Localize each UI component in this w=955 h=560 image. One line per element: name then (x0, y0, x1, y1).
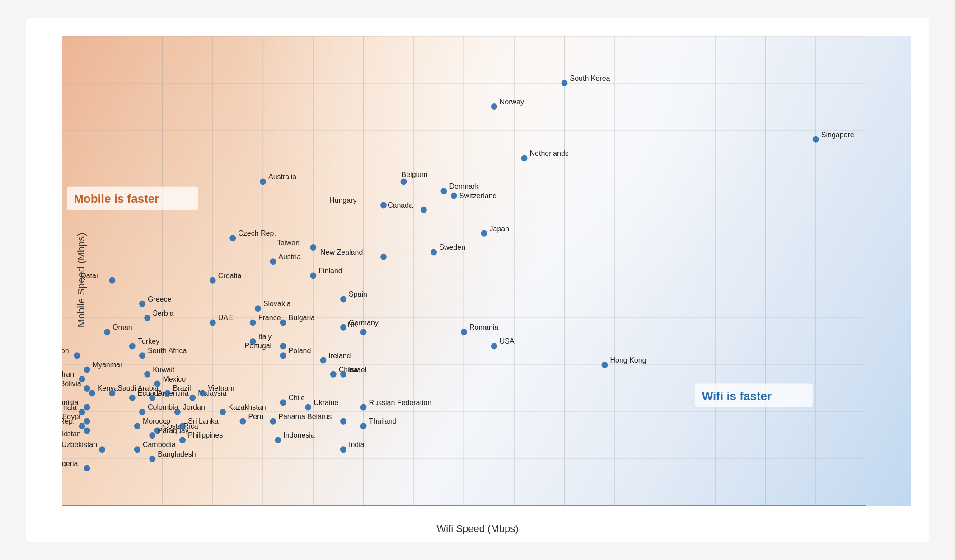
svg-text:Philippines: Philippines (188, 431, 223, 439)
svg-text:Hong Kong: Hong Kong (610, 356, 646, 364)
svg-point-206 (340, 446, 346, 453)
svg-text:Portugal: Portugal (245, 342, 272, 350)
svg-point-86 (431, 249, 437, 255)
svg-point-108 (250, 319, 256, 326)
svg-point-84 (310, 244, 316, 251)
svg-text:Belgium: Belgium (402, 171, 428, 178)
svg-text:Hungary: Hungary (329, 196, 356, 204)
svg-text:Bangladesh: Bangladesh (158, 450, 196, 458)
svg-text:Croatia: Croatia (218, 272, 242, 280)
svg-text:Singapore: Singapore (821, 131, 854, 139)
svg-point-68 (521, 155, 528, 161)
svg-point-116 (210, 319, 216, 326)
svg-text:Belarus: Belarus (307, 413, 332, 420)
svg-point-148 (84, 385, 90, 392)
svg-text:Finland: Finland (318, 267, 342, 275)
svg-point-126 (491, 343, 497, 349)
svg-text:Greece: Greece (148, 295, 172, 303)
svg-point-96 (340, 296, 346, 302)
svg-point-124 (461, 329, 467, 335)
svg-point-176 (174, 409, 181, 415)
svg-point-194 (134, 423, 140, 429)
svg-point-88 (380, 254, 387, 260)
svg-point-82 (481, 230, 487, 237)
svg-text:Wifi is faster: Wifi is faster (702, 389, 772, 403)
svg-text:Turkey: Turkey (138, 337, 159, 345)
svg-point-208 (99, 446, 105, 453)
svg-text:Taiwan: Taiwan (277, 239, 300, 247)
svg-text:Thailand: Thailand (369, 417, 397, 425)
svg-text:Romania: Romania (469, 323, 498, 331)
svg-point-118 (104, 329, 110, 335)
svg-text:South Africa: South Africa (148, 347, 187, 355)
svg-text:Uzbekistan: Uzbekistan (62, 441, 97, 448)
svg-point-156 (149, 395, 155, 401)
svg-point-182 (270, 418, 276, 425)
svg-text:Sweden: Sweden (439, 243, 465, 251)
svg-point-180 (240, 418, 246, 425)
y-axis-label: Mobile Speed (Mbps) (75, 233, 87, 327)
svg-point-178 (220, 409, 226, 415)
svg-text:Guatemala: Guatemala (62, 403, 77, 411)
svg-point-62 (562, 80, 568, 86)
svg-point-184 (340, 418, 346, 425)
svg-point-98 (210, 277, 216, 284)
svg-point-210 (134, 446, 140, 453)
svg-text:Pakistan: Pakistan (62, 430, 81, 438)
svg-point-74 (451, 193, 457, 199)
svg-text:Algeria: Algeria (62, 460, 78, 467)
svg-point-64 (491, 103, 497, 110)
svg-point-94 (310, 272, 316, 279)
svg-point-174 (139, 409, 145, 415)
svg-text:Lebanon: Lebanon (62, 347, 69, 355)
svg-point-72 (441, 188, 447, 194)
svg-point-170 (84, 404, 90, 411)
svg-text:Norway: Norway (500, 98, 524, 106)
svg-point-102 (139, 301, 145, 307)
svg-text:Canada: Canada (388, 201, 413, 209)
svg-text:Kazakhstan: Kazakhstan (228, 403, 266, 411)
svg-point-214 (84, 465, 90, 471)
svg-point-142 (74, 352, 80, 359)
svg-text:Slovakia: Slovakia (263, 300, 291, 308)
svg-text:Dominican Rep.: Dominican Rep. (62, 417, 75, 425)
svg-text:Kuwait: Kuwait (153, 366, 175, 373)
svg-text:Panama: Panama (278, 413, 305, 420)
svg-point-202 (179, 437, 186, 443)
svg-point-134 (320, 357, 327, 364)
svg-point-162 (200, 390, 206, 396)
svg-point-130 (280, 352, 286, 359)
svg-point-164 (280, 399, 286, 406)
svg-point-132 (280, 343, 286, 349)
svg-text:Paraguay: Paraguay (158, 427, 189, 434)
svg-text:Indonesia: Indonesia (283, 431, 314, 439)
svg-point-136 (330, 371, 337, 378)
svg-text:UK: UK (348, 321, 358, 329)
svg-point-166 (305, 404, 311, 411)
svg-point-152 (109, 390, 115, 396)
svg-text:France: France (258, 314, 281, 322)
svg-point-160 (189, 395, 196, 401)
svg-text:Netherlands: Netherlands (530, 149, 569, 157)
svg-point-110 (280, 319, 286, 326)
svg-text:Israel: Israel (349, 366, 366, 373)
svg-text:Russian Federation: Russian Federation (369, 399, 432, 406)
svg-point-186 (360, 423, 367, 429)
svg-text:Denmark: Denmark (449, 182, 479, 190)
svg-point-138 (340, 371, 346, 378)
chart-container: 0510152025303540455055606570758005101520… (26, 18, 929, 542)
svg-point-200 (149, 432, 155, 439)
svg-text:Ukraine: Ukraine (314, 399, 338, 406)
svg-text:Peru: Peru (248, 413, 264, 420)
svg-text:Jordan: Jordan (183, 403, 205, 411)
svg-point-92 (270, 258, 276, 265)
svg-point-216 (144, 371, 150, 378)
svg-point-100 (109, 277, 115, 284)
chart-svg: 0510152025303540455055606570758005101520… (62, 36, 911, 506)
svg-point-66 (813, 136, 819, 143)
svg-point-114 (360, 329, 367, 335)
svg-point-188 (84, 418, 90, 425)
svg-text:Sri Lanka: Sri Lanka (188, 417, 219, 425)
svg-text:Czech Rep.: Czech Rep. (238, 229, 276, 237)
svg-text:Myanmar: Myanmar (93, 361, 123, 369)
